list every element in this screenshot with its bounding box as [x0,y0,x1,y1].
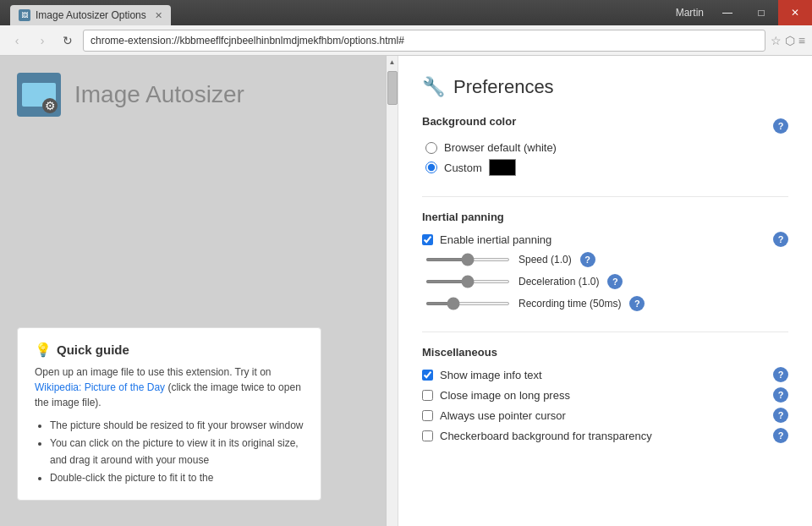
show-image-help-icon[interactable]: ? [773,367,788,382]
bg-color-help-icon[interactable]: ? [773,118,788,134]
main-content: Image Autosizer 💡 Quick guide Open up an… [0,56,812,526]
enable-inertial-panning-row: Enable inertial panning ? [422,232,788,247]
checkerboard-help-icon[interactable]: ? [773,428,788,443]
close-image-checkbox[interactable] [422,390,433,401]
back-button[interactable]: ‹ [7,30,27,51]
wikipedia-link[interactable]: Wikipedia: Picture of the Day [35,381,165,393]
quick-guide-body: Open up an image file to use this extens… [35,364,304,410]
speed-slider-row: Speed (1.0) ? [422,252,788,267]
bg-color-header-row: Background color ? [422,115,788,136]
recording-time-slider-row: Recording time (50ms) ? [422,296,788,311]
deceleration-slider[interactable] [425,280,510,283]
tab-title: Image Autosizer Options [36,9,146,21]
list-item: The picture should be resized to fit you… [50,417,304,434]
custom-color-radio[interactable] [425,162,437,173]
color-swatch[interactable] [489,159,516,176]
close-button[interactable]: ✕ [778,0,812,25]
wrench-icon: 🔧 [422,76,445,98]
bg-color-radio-group: Browser default (white) Custom [422,141,788,176]
lightbulb-icon: 💡 [35,342,52,358]
menu-icon[interactable]: ≡ [798,34,805,47]
address-bar: ‹ › ↻ ☆ ⬡ ≡ [0,25,812,56]
bookmark-icon[interactable]: ☆ [771,34,782,47]
list-item: You can click on the picture to view it … [50,435,304,469]
speed-slider[interactable] [425,258,510,261]
enable-inertial-checkbox[interactable] [422,234,433,245]
minimize-button[interactable]: — [710,0,744,25]
close-image-text: Close image on long press [440,389,570,402]
custom-color-option[interactable]: Custom [425,159,788,176]
page-title: Image Autosizer [74,81,244,108]
close-image-help-icon[interactable]: ? [773,387,788,403]
window-controls: — □ ✕ [710,0,812,25]
preferences-header: 🔧 Preferences [422,76,788,98]
pointer-cursor-help-icon[interactable]: ? [773,408,788,423]
page-header: Image Autosizer [17,73,369,117]
inertial-panning-title: Inertial panning [422,211,788,223]
left-panel: Image Autosizer 💡 Quick guide Open up an… [0,56,386,526]
divider-2 [422,331,788,332]
tab-icon: 🖼 [19,9,30,21]
user-name: Martin [669,7,710,19]
tab-bar: 🖼 Image Autosizer Options ✕ [7,0,669,25]
preferences-panel: 🔧 Preferences Background color ? Browser… [398,56,812,526]
browser-default-radio[interactable] [425,142,437,154]
recording-time-label: Recording time (50ms) [518,298,621,310]
deceleration-slider-row: Deceleration (1.0) ? [422,274,788,289]
speed-help-icon[interactable]: ? [580,252,595,267]
refresh-button[interactable]: ↻ [58,30,78,51]
miscellaneous-section: Miscellaneous Show image info text ? Clo… [422,346,788,443]
enable-inertial-label[interactable]: Enable inertial panning [422,233,551,246]
active-tab[interactable]: 🖼 Image Autosizer Options ✕ [10,5,171,25]
pointer-cursor-text: Always use pointer cursor [440,409,566,422]
recording-time-help-icon[interactable]: ? [629,296,645,311]
close-image-long-press-row: Close image on long press ? [422,387,788,403]
quick-guide-title: 💡 Quick guide [35,342,304,358]
custom-color-label: Custom [444,162,482,174]
show-image-info-row: Show image info text ? [422,367,788,382]
inertial-panning-section: Inertial panning Enable inertial panning… [422,211,788,311]
recording-time-slider[interactable] [425,302,510,305]
show-image-info-text: Show image info text [440,369,542,381]
pointer-cursor-row: Always use pointer cursor ? [422,408,788,423]
extension-icon[interactable]: ⬡ [785,34,795,47]
title-bar: 🖼 Image Autosizer Options ✕ Martin — □ ✕ [0,0,812,25]
miscellaneous-title: Miscellaneous [422,346,788,359]
divider [422,196,788,197]
bg-color-title: Background color [422,115,516,128]
speed-label: Speed (1.0) [518,254,572,266]
show-image-info-label[interactable]: Show image info text [422,369,542,381]
pointer-cursor-label[interactable]: Always use pointer cursor [422,409,566,422]
deceleration-label: Deceleration (1.0) [518,276,599,288]
quick-guide-card: 💡 Quick guide Open up an image file to u… [17,327,321,501]
checkerboard-label[interactable]: Checkerboard background for transparency [422,430,652,442]
inertial-help-icon[interactable]: ? [773,232,788,247]
scroll-thumb[interactable] [387,71,398,105]
browser-default-label: Browser default (white) [444,141,557,154]
forward-button[interactable]: › [32,30,52,51]
background-color-section: Background color ? Browser default (whit… [422,115,788,176]
tab-close-button[interactable]: ✕ [155,10,162,21]
quick-guide-list: The picture should be resized to fit you… [35,417,304,486]
maximize-button[interactable]: □ [744,0,778,25]
deceleration-help-icon[interactable]: ? [607,274,623,289]
enable-inertial-text: Enable inertial panning [440,233,551,246]
address-bar-icons: ☆ ⬡ ≡ [771,34,805,47]
browser-default-option[interactable]: Browser default (white) [425,141,788,154]
checkerboard-row: Checkerboard background for transparency… [422,428,788,443]
list-item: Double-click the picture to fit it to th… [50,469,304,486]
close-image-label[interactable]: Close image on long press [422,389,570,402]
scrollbar[interactable]: ▲ [386,56,398,526]
preferences-title: Preferences [453,76,554,98]
checkerboard-checkbox[interactable] [422,430,433,441]
scroll-up-button[interactable]: ▲ [387,56,398,68]
app-icon [17,73,61,117]
show-image-info-checkbox[interactable] [422,370,433,381]
checkerboard-text: Checkerboard background for transparency [440,430,652,442]
pointer-cursor-checkbox[interactable] [422,410,433,421]
url-input[interactable] [83,30,765,52]
